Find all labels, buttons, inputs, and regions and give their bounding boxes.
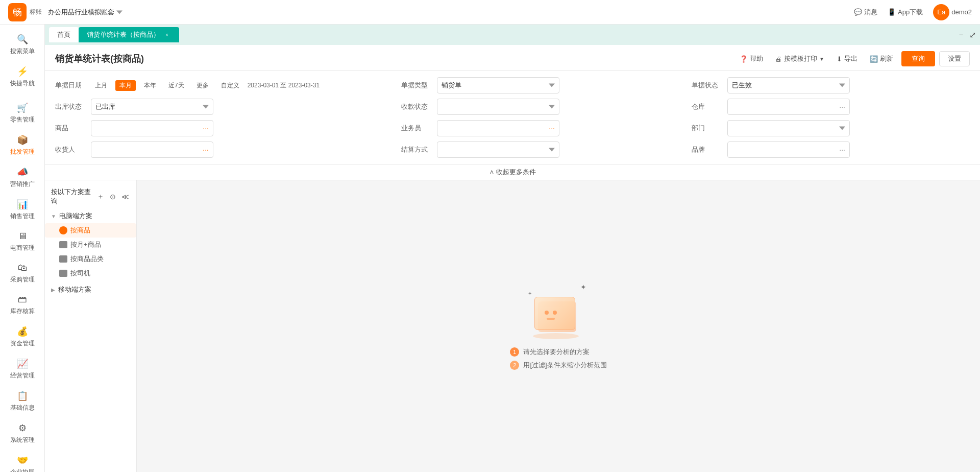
scheme-add-button[interactable]: ＋ <box>95 192 106 202</box>
hint-number-1: 1 <box>510 347 519 357</box>
out-status-label: 出库状态 <box>55 102 91 111</box>
system-icon: ⚙ <box>18 422 27 434</box>
expand-icon: ▼ <box>51 214 56 219</box>
department-label: 部门 <box>692 124 727 133</box>
type-select[interactable]: 销货单 <box>437 77 559 93</box>
status-filter-field: 单据状态 已生效 <box>692 77 970 93</box>
sidebar-item-quick-nav[interactable]: ⚡ 快捷导航 <box>0 61 44 93</box>
goods-label: 商品 <box>55 124 91 133</box>
salesman-input[interactable]: ··· <box>437 120 559 136</box>
salesman-field: 业务员 ··· <box>401 120 679 136</box>
sidebar-item-finance[interactable]: 💰 资金管理 <box>0 321 44 353</box>
date-this-month[interactable]: 本月 <box>115 80 136 91</box>
collapse-conditions-button[interactable]: ∧ 收起更多条件 <box>45 164 980 180</box>
scheme-group-pc-header[interactable]: ▼ 电脑端方案 <box>45 209 136 223</box>
filter-row-3: 商品 ··· 业务员 ··· 部门 <box>55 120 970 136</box>
ecom-icon: 🖥 <box>18 231 27 242</box>
filter-row-1: 单据日期 上月 本月 本年 近7天 更多 自定义 2023-03-01 至 20… <box>55 77 970 93</box>
date-more[interactable]: 更多 <box>192 80 213 91</box>
sidebar-item-corp[interactable]: 🤝 企业协同 <box>0 450 44 472</box>
brand-label: 品牌 <box>692 145 727 154</box>
scheme-settings-button[interactable]: ⊙ <box>108 192 118 202</box>
marketing-icon: 📣 <box>17 167 28 178</box>
scheme-group-mobile-header[interactable]: ▶ 移动端方案 <box>45 282 136 297</box>
empty-illustration: ✦ ✦ <box>525 283 592 339</box>
sidebar-item-inventory[interactable]: 🗃 库存核算 <box>0 289 44 321</box>
goods-input[interactable]: ··· <box>91 120 213 136</box>
settlement-select[interactable] <box>437 141 559 158</box>
sidebar-item-ecom[interactable]: 🖥 电商管理 <box>0 226 44 257</box>
tab-home[interactable]: 首页 <box>49 27 79 42</box>
chevron-down-icon <box>116 9 122 15</box>
topbar-right: 💬 消息 📱 App下载 Ea demo2 <box>854 4 972 20</box>
help-button[interactable]: ❓ 帮助 <box>736 52 767 65</box>
sidebar-item-purchase[interactable]: 🛍 采购管理 <box>0 257 44 289</box>
date-7days[interactable]: 近7天 <box>164 80 188 91</box>
user-menu[interactable]: Ea demo2 <box>933 4 972 20</box>
empty-state: ✦ ✦ 1 请先选择要分析的方案 2 用[过滤]条件来缩小分析范围 <box>510 283 606 370</box>
brand-input[interactable]: ··· <box>727 141 850 158</box>
receiver-input[interactable]: ··· <box>91 141 213 158</box>
sidebar-item-ops[interactable]: 📈 经营管理 <box>0 353 44 385</box>
message-button[interactable]: 💬 消息 <box>854 8 877 17</box>
tab-close-button[interactable]: × <box>163 31 171 39</box>
date-label: 单据日期 <box>55 81 91 90</box>
empty-hint-1: 1 请先选择要分析的方案 <box>510 347 606 357</box>
scheme-item-icon-sq-2 <box>59 255 67 263</box>
home-tab-label: 首页 <box>57 30 70 39</box>
out-status-select[interactable]: 已出库 <box>91 99 213 115</box>
scheme-item-by-printer[interactable]: 按司机 <box>45 266 136 280</box>
ops-icon: 📈 <box>17 358 28 369</box>
tab-bar: 首页 销货单统计表（按商品） × － ⤢ <box>45 25 980 45</box>
date-last-month[interactable]: 上月 <box>91 80 111 91</box>
settlement-field: 结算方式 <box>401 141 679 158</box>
search-icon: 🔍 <box>17 34 28 45</box>
refresh-button[interactable]: 🔄 刷新 <box>866 52 897 65</box>
data-panel: ✦ ✦ 1 请先选择要分析的方案 2 用[过滤]条件来缩小分析范围 <box>137 180 980 472</box>
empty-hints: 1 请先选择要分析的方案 2 用[过滤]条件来缩小分析范围 <box>510 347 606 370</box>
sidebar-item-marketing[interactable]: 📣 营销推广 <box>0 161 44 194</box>
warehouse-input[interactable]: ··· <box>727 99 850 115</box>
sidebar-item-retail[interactable]: 🛒 零售管理 <box>0 97 44 129</box>
scheme-item-by-goods-category[interactable]: 按商品品类 <box>45 252 136 266</box>
status-select[interactable]: 已生效 <box>727 77 850 93</box>
date-range-display: 2023-03-01 至 2023-03-31 <box>248 81 320 90</box>
window-minimize-button[interactable]: － <box>957 30 965 40</box>
sidebar-item-system[interactable]: ⚙ 系统管理 <box>0 417 44 450</box>
window-maximize-button[interactable]: ⤢ <box>969 30 976 40</box>
window-controls: － ⤢ <box>957 30 976 40</box>
scheme-item-by-month-goods[interactable]: 按月+商品 <box>45 238 136 252</box>
hint-number-2: 2 <box>510 361 519 370</box>
inventory-icon: 🗃 <box>18 294 27 305</box>
settings-button[interactable]: 设置 <box>939 51 970 66</box>
quick-nav-icon: ⚡ <box>17 66 28 77</box>
sidebar-item-base[interactable]: 📋 基础信息 <box>0 385 44 417</box>
scheme-collapse-button[interactable]: ≪ <box>120 192 130 202</box>
sidebar-item-wholesale[interactable]: 📦 批发管理 <box>0 129 44 161</box>
sidebar-item-sales-mgmt[interactable]: 📊 销售管理 <box>0 194 44 226</box>
app-selector[interactable]: 办公用品行业模拟账套 <box>48 8 122 17</box>
app-download-button[interactable]: 📱 App下载 <box>888 8 923 17</box>
brand-field: 品牌 ··· <box>692 141 970 158</box>
date-filter: 上月 本月 本年 近7天 更多 自定义 2023-03-01 至 2023-03… <box>91 80 320 91</box>
export-button[interactable]: ⬇ 导出 <box>832 52 862 65</box>
payment-status-select[interactable] <box>437 99 559 115</box>
finance-icon: 💰 <box>17 326 28 337</box>
filter-section: 单据日期 上月 本月 本年 近7天 更多 自定义 2023-03-01 至 20… <box>45 71 980 164</box>
date-this-year[interactable]: 本年 <box>140 80 160 91</box>
sidebar-item-search-menu[interactable]: 🔍 搜索菜单 <box>0 29 44 61</box>
logo-text: 标账 <box>30 8 42 16</box>
department-select[interactable] <box>727 120 850 136</box>
settlement-label: 结算方式 <box>401 145 437 154</box>
tab-sales-stats[interactable]: 销货单统计表（按商品） × <box>79 27 179 42</box>
topbar-left: 畅 标账 办公用品行业模拟账套 <box>8 3 122 21</box>
date-custom[interactable]: 自定义 <box>217 80 243 91</box>
logo-area: 畅 标账 <box>8 3 42 21</box>
filter-row-4: 收货人 ··· 结算方式 品牌 <box>55 141 970 158</box>
scheme-item-by-goods[interactable]: 按商品 <box>45 223 136 238</box>
salesman-label: 业务员 <box>401 124 437 133</box>
header-actions: ❓ 帮助 🖨 按模板打印 ▼ ⬇ 导出 🔄 刷新 <box>736 51 970 66</box>
query-button[interactable]: 查询 <box>901 51 935 66</box>
print-button[interactable]: 🖨 按模板打印 ▼ <box>771 52 828 65</box>
receiver-field: 收货人 ··· <box>55 141 389 158</box>
